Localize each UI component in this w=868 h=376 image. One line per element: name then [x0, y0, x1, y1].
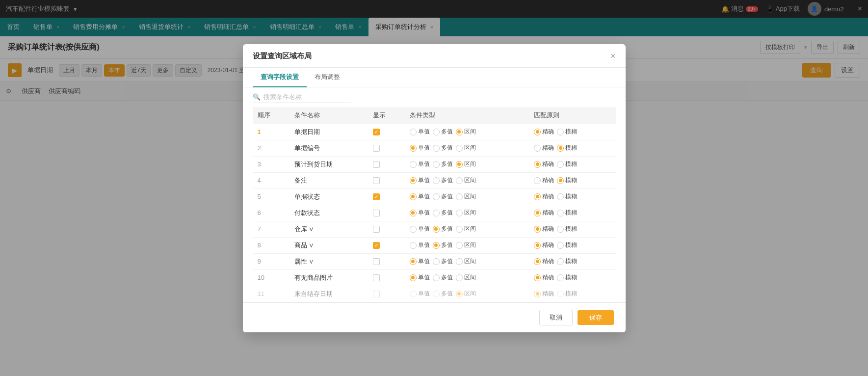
- match-option-0[interactable]: 精确: [534, 290, 554, 298]
- match-option-1[interactable]: 模糊: [557, 209, 577, 217]
- col-order: 顺序: [253, 107, 289, 124]
- match-option-1[interactable]: 模糊: [557, 225, 577, 233]
- match-option-1[interactable]: 模糊: [557, 144, 577, 152]
- match-option-1[interactable]: 模糊: [557, 176, 577, 185]
- row-show[interactable]: [368, 156, 405, 172]
- match-option-1[interactable]: 模糊: [557, 241, 577, 249]
- type-option-2[interactable]: 区间: [456, 176, 476, 185]
- match-option-1[interactable]: 模糊: [557, 273, 577, 282]
- match-option-0[interactable]: 精确: [534, 273, 554, 282]
- type-option-0[interactable]: 单值: [410, 192, 430, 201]
- type-option-2[interactable]: 区间: [456, 225, 476, 233]
- row-show[interactable]: [368, 286, 405, 302]
- table-row: 3预计到货日期单值多值区间精确模糊: [253, 156, 616, 172]
- modal-tab-layout[interactable]: 布局调整: [307, 68, 348, 87]
- type-option-1[interactable]: 多值: [433, 225, 453, 233]
- match-option-0[interactable]: 精确: [534, 192, 554, 201]
- col-type: 条件类型: [405, 107, 529, 124]
- type-option-1[interactable]: 多值: [433, 128, 453, 136]
- row-show[interactable]: [368, 253, 405, 269]
- row-show[interactable]: [368, 172, 405, 188]
- type-option-2[interactable]: 区间: [456, 144, 476, 152]
- type-option-0[interactable]: 单值: [410, 128, 430, 136]
- show-checkbox[interactable]: [373, 145, 380, 152]
- modal-header: 设置查询区域布局 ×: [243, 44, 626, 68]
- type-option-2[interactable]: 区间: [456, 192, 476, 201]
- modal-table-wrap: 顺序 条件名称 显示 条件类型 匹配原则 1单据日期单值多值区间精确模糊2单据编…: [243, 107, 626, 302]
- match-option-1[interactable]: 模糊: [557, 257, 577, 266]
- table-row: 4备注单值多值区间精确模糊: [253, 172, 616, 188]
- row-order: 11: [253, 286, 289, 302]
- row-condition-name: 单据日期: [289, 124, 368, 140]
- search-input-wrap: 🔍: [253, 93, 351, 103]
- type-option-2[interactable]: 区间: [456, 160, 476, 168]
- cancel-button[interactable]: 取消: [539, 310, 573, 325]
- type-option-2[interactable]: 区间: [456, 273, 476, 282]
- search-input[interactable]: [263, 93, 342, 101]
- row-match: 精确模糊: [529, 286, 615, 302]
- row-show[interactable]: [368, 188, 405, 205]
- type-option-1[interactable]: 多值: [433, 273, 453, 282]
- match-option-1[interactable]: 模糊: [557, 290, 577, 298]
- fields-table-head: 顺序 条件名称 显示 条件类型 匹配原则: [253, 107, 616, 124]
- show-checkbox[interactable]: [373, 161, 380, 168]
- type-option-2[interactable]: 区间: [456, 257, 476, 266]
- show-checkbox[interactable]: [373, 177, 380, 184]
- row-show[interactable]: [368, 221, 405, 237]
- type-option-1[interactable]: 多值: [433, 160, 453, 168]
- match-option-1[interactable]: 模糊: [557, 128, 577, 136]
- row-show[interactable]: [368, 140, 405, 156]
- match-option-0[interactable]: 精确: [534, 128, 554, 136]
- save-button[interactable]: 保存: [578, 310, 614, 325]
- type-option-0[interactable]: 单值: [410, 160, 430, 168]
- type-option-1[interactable]: 多值: [433, 144, 453, 152]
- type-option-0[interactable]: 单值: [410, 241, 430, 249]
- match-option-0[interactable]: 精确: [534, 144, 554, 152]
- show-checkbox[interactable]: [373, 193, 380, 200]
- type-option-0[interactable]: 单值: [410, 273, 430, 282]
- modal-tab-query-fields[interactable]: 查询字段设置: [253, 68, 307, 87]
- show-checkbox[interactable]: [373, 242, 380, 249]
- match-option-0[interactable]: 精确: [534, 257, 554, 266]
- row-show[interactable]: [368, 124, 405, 140]
- show-checkbox[interactable]: [373, 226, 380, 233]
- type-option-0[interactable]: 单值: [410, 290, 430, 298]
- show-checkbox[interactable]: [373, 291, 380, 297]
- table-row: 11来自结存日期单值多值区间精确模糊: [253, 286, 616, 302]
- type-option-0[interactable]: 单值: [410, 176, 430, 185]
- type-option-2[interactable]: 区间: [456, 241, 476, 249]
- show-checkbox[interactable]: [373, 210, 380, 216]
- match-option-0[interactable]: 精确: [534, 160, 554, 168]
- type-option-1[interactable]: 多值: [433, 257, 453, 266]
- row-show[interactable]: [368, 237, 405, 253]
- type-option-1[interactable]: 多值: [433, 290, 453, 298]
- type-option-0[interactable]: 单值: [410, 225, 430, 233]
- row-condition-name: 商品 ∨: [289, 237, 368, 253]
- show-checkbox[interactable]: [373, 274, 380, 281]
- match-option-0[interactable]: 精确: [534, 209, 554, 217]
- type-option-0[interactable]: 单值: [410, 209, 430, 217]
- type-option-1[interactable]: 多值: [433, 192, 453, 201]
- row-condition-name: 仓库 ∨: [289, 221, 368, 237]
- match-option-0[interactable]: 精确: [534, 225, 554, 233]
- show-checkbox[interactable]: [373, 258, 380, 265]
- match-option-1[interactable]: 模糊: [557, 160, 577, 168]
- type-option-1[interactable]: 多值: [433, 241, 453, 249]
- type-option-1[interactable]: 多值: [433, 176, 453, 185]
- row-show[interactable]: [368, 205, 405, 221]
- type-option-0[interactable]: 单值: [410, 257, 430, 266]
- row-show[interactable]: [368, 269, 405, 286]
- type-option-1[interactable]: 多值: [433, 209, 453, 217]
- type-option-2[interactable]: 区间: [456, 209, 476, 217]
- modal-close-button[interactable]: ×: [610, 51, 616, 67]
- row-match: 精确模糊: [529, 205, 615, 221]
- type-option-0[interactable]: 单值: [410, 144, 430, 152]
- match-option-0[interactable]: 精确: [534, 241, 554, 249]
- row-type: 单值多值区间: [405, 188, 529, 205]
- show-checkbox[interactable]: [373, 129, 380, 135]
- type-option-2[interactable]: 区间: [456, 290, 476, 298]
- match-option-1[interactable]: 模糊: [557, 192, 577, 201]
- type-option-2[interactable]: 区间: [456, 128, 476, 136]
- match-option-0[interactable]: 精确: [534, 176, 554, 185]
- col-name: 条件名称: [289, 107, 368, 124]
